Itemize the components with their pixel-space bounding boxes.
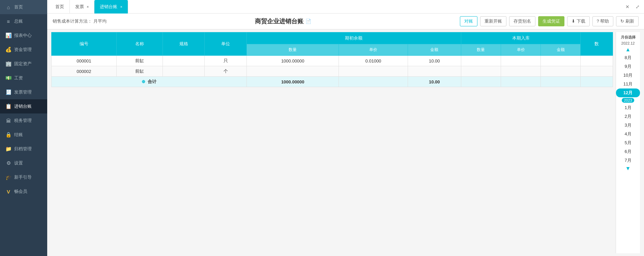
sidebar-item-closing[interactable]: 🔒 结账 bbox=[0, 128, 47, 142]
cell-code: 000002 bbox=[52, 66, 117, 77]
sidebar-item-label: 资金管理 bbox=[14, 47, 32, 53]
total-label-cell: ⊕ 合计 bbox=[52, 77, 247, 87]
table-row: 000002 前缸 个 bbox=[52, 66, 613, 77]
action-buttons: 对账 重新开账 存货别名 生成凭证 ⬇ 下载 ? 帮助 ↻ 刷新 bbox=[460, 16, 639, 26]
sidebar-item-label: 进销台账 bbox=[14, 103, 32, 109]
sidebar-item-assets[interactable]: 🏢 固定资产 bbox=[0, 57, 47, 71]
sidebar-item-invoice-mgmt[interactable]: 🧾 发票管理 bbox=[0, 85, 47, 99]
col-opening-balance: 期初余额 bbox=[246, 32, 461, 44]
sidebar-item-tax[interactable]: 🏛 税务管理 bbox=[0, 113, 47, 128]
salary-icon: 💵 bbox=[5, 75, 11, 81]
title-text: 商贸企业进销台账 bbox=[255, 17, 303, 25]
month-item-8[interactable]: 8月 bbox=[616, 53, 640, 62]
month-picker-year-2022: 2022.12 bbox=[621, 41, 635, 45]
total-opening-amount: 10.00 bbox=[408, 77, 461, 87]
help-icon: ? bbox=[597, 19, 599, 24]
cell-more bbox=[581, 56, 613, 66]
reopen-button[interactable]: 重新开账 bbox=[480, 16, 506, 26]
download-icon: ⬇ bbox=[572, 19, 575, 24]
tab-home[interactable]: 首页 bbox=[50, 0, 70, 14]
tab-invoice[interactable]: 发票 × bbox=[70, 0, 94, 14]
cost-method-label: 销售成本计算方法： bbox=[53, 19, 92, 24]
sidebar-item-guide[interactable]: 🎓 新手引导 bbox=[0, 170, 47, 184]
total-icon: ⊕ bbox=[142, 79, 145, 84]
cell-opening-price: 0.01000 bbox=[339, 56, 408, 66]
col-in-qty: 数量 bbox=[461, 44, 501, 56]
sidebar-item-label: 新手引导 bbox=[14, 174, 32, 180]
download-button[interactable]: ⬇ 下载 bbox=[567, 16, 590, 26]
tab-purchase-sales-label: 进销台账 bbox=[100, 4, 117, 10]
month-item-6[interactable]: 6月 bbox=[616, 147, 640, 156]
month-item-3[interactable]: 3月 bbox=[616, 121, 640, 130]
col-unit: 单位 bbox=[205, 32, 246, 56]
cell-spec bbox=[163, 56, 205, 66]
ledger-icon: ≡ bbox=[5, 19, 11, 24]
sidebar-item-salary[interactable]: 💵 工资 bbox=[0, 71, 47, 85]
col-in-amount: 金额 bbox=[541, 44, 581, 56]
sidebar-item-archive[interactable]: 📁 归档管理 bbox=[0, 142, 47, 156]
month-item-9[interactable]: 9月 bbox=[616, 62, 640, 71]
report-icon: 📊 bbox=[5, 32, 11, 39]
month-item-4[interactable]: 4月 bbox=[616, 130, 640, 138]
sidebar-item-settings[interactable]: ⚙ 设置 bbox=[0, 156, 47, 170]
save-alias-button[interactable]: 存货别名 bbox=[509, 16, 535, 26]
tab-purchase-sales-close[interactable]: × bbox=[120, 5, 122, 9]
total-opening-price bbox=[339, 77, 408, 87]
sidebar-item-label: 报表中心 bbox=[14, 32, 32, 39]
col-opening-price: 单价 bbox=[339, 44, 408, 56]
maximize-button[interactable]: ⤢ bbox=[634, 3, 641, 10]
cell-name: 前缸 bbox=[116, 56, 163, 66]
month-picker-title: 月份选择 bbox=[621, 33, 636, 41]
main-area: 首页 发票 × 进销台账 × ✕ ⤢ 销售成本计算方法： 月平均 商贸企业进销台… bbox=[47, 0, 644, 256]
close-button[interactable]: ✕ bbox=[624, 3, 631, 10]
sidebar-item-report[interactable]: 📊 报表中心 bbox=[0, 28, 47, 43]
window-controls: ✕ ⤢ bbox=[624, 3, 641, 10]
reconcile-button[interactable]: 对账 bbox=[460, 16, 477, 26]
col-spec: 规格 bbox=[163, 32, 205, 56]
info-bar: 销售成本计算方法： 月平均 商贸企业进销台账 📄 对账 重新开账 存货别名 生成… bbox=[47, 14, 644, 29]
month-item-7[interactable]: 7月 bbox=[616, 156, 640, 165]
cell-opening-amount: 10.00 bbox=[408, 56, 461, 66]
month-item-12[interactable]: 12月 bbox=[616, 88, 640, 97]
table-wrapper: 编号 名称 规格 单位 期初余额 本期入库 数 数量 单价 金额 数 bbox=[47, 29, 644, 256]
assets-icon: 🏢 bbox=[5, 61, 11, 67]
sidebar-item-label: 结账 bbox=[14, 132, 23, 138]
month-item-10[interactable]: 10月 bbox=[616, 71, 640, 80]
sidebar-item-label: 设置 bbox=[14, 160, 23, 166]
month-next-button[interactable]: ▼ bbox=[616, 165, 640, 172]
sidebar-item-label: 工资 bbox=[14, 75, 23, 81]
total-label: 合计 bbox=[148, 79, 156, 84]
sidebar-item-purchase-sales[interactable]: 📋 进销台账 bbox=[0, 99, 47, 113]
cell-in-amount bbox=[541, 56, 581, 66]
cell-spec bbox=[163, 66, 205, 77]
purchase-sales-table: 编号 名称 规格 单位 期初余额 本期入库 数 数量 单价 金额 数 bbox=[51, 32, 613, 87]
col-name: 名称 bbox=[116, 32, 163, 56]
finance-icon: 💰 bbox=[5, 47, 11, 53]
month-item-11[interactable]: 11月 bbox=[616, 80, 640, 88]
sidebar-item-home[interactable]: ⌂ 首页 bbox=[0, 0, 47, 14]
month-item-2[interactable]: 2月 bbox=[616, 112, 640, 121]
invoice-mgmt-icon: 🧾 bbox=[5, 89, 11, 95]
cell-in-qty bbox=[461, 56, 501, 66]
total-row: ⊕ 合计 1000.00000 10.00 bbox=[52, 77, 613, 87]
col-in-price: 单价 bbox=[501, 44, 540, 56]
month-item-5[interactable]: 5月 bbox=[616, 138, 640, 147]
sidebar-item-vip[interactable]: V 畅会员 bbox=[0, 184, 47, 199]
month-item-1[interactable]: 1月 bbox=[616, 103, 640, 112]
tab-invoice-close[interactable]: × bbox=[87, 5, 89, 9]
sidebar-item-finance[interactable]: 💰 资金管理 bbox=[0, 43, 47, 57]
total-opening-qty: 1000.00000 bbox=[246, 77, 339, 87]
cell-opening-qty bbox=[246, 66, 339, 77]
guide-icon: 🎓 bbox=[5, 174, 11, 180]
refresh-button[interactable]: ↻ 刷新 bbox=[616, 16, 639, 26]
month-prev-button[interactable]: ▲ bbox=[616, 46, 640, 53]
tab-purchase-sales[interactable]: 进销台账 × bbox=[94, 0, 128, 14]
sidebar-item-label: 畅会员 bbox=[14, 188, 27, 195]
col-current-in: 本期入库 bbox=[461, 32, 580, 44]
table-section: 编号 名称 规格 单位 期初余额 本期入库 数 数量 单价 金额 数 bbox=[51, 32, 613, 253]
tab-home-label: 首页 bbox=[55, 4, 64, 10]
sidebar-item-ledger[interactable]: ≡ 总账 bbox=[0, 14, 47, 28]
generate-voucher-button[interactable]: 生成凭证 bbox=[538, 16, 564, 26]
help-button[interactable]: ? 帮助 bbox=[592, 16, 614, 26]
cost-method-value: 月平均 bbox=[93, 19, 107, 24]
